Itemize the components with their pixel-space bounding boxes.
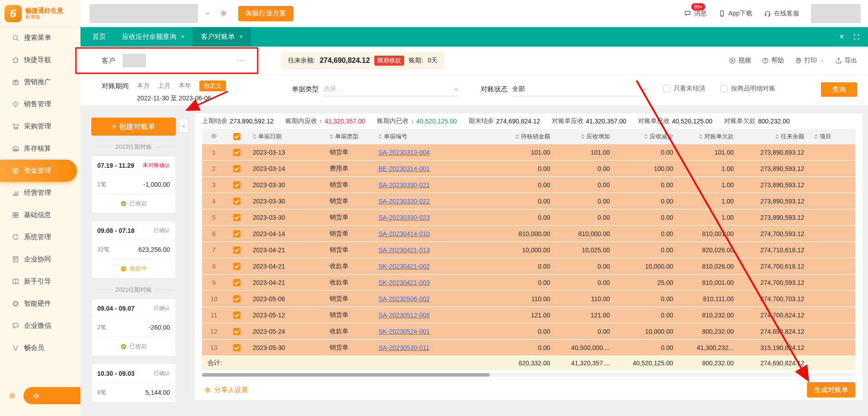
tab-receivable-balance-query[interactable]: 应收应付余额查询×	[114, 27, 193, 47]
doc-link[interactable]: SA-20230506-002	[378, 295, 430, 303]
tab-home[interactable]: 首页	[84, 27, 114, 47]
col-type[interactable]: 单据类型	[325, 129, 374, 144]
gear-icon[interactable]	[220, 9, 227, 17]
col-date[interactable]: 单据日期	[248, 129, 325, 144]
period-option-last-month[interactable]: 上月	[158, 82, 170, 90]
col-owed[interactable]: 对账单欠款	[679, 129, 739, 144]
print-button[interactable]: 打印	[795, 57, 824, 65]
query-button[interactable]: 查询	[821, 82, 857, 97]
redacted-customer-name[interactable]	[123, 54, 146, 67]
statement-period-card[interactable]: 10.30 - 09.03已确认8笔5,144.00	[91, 364, 176, 402]
video-button[interactable]: 视频	[729, 57, 751, 65]
row-checkbox[interactable]	[233, 312, 241, 319]
create-statement-button[interactable]: +创建对账单	[91, 118, 176, 136]
col-pending[interactable]: 待核销金额	[496, 129, 556, 144]
panel-collapse-button[interactable]: «	[179, 119, 188, 132]
period-option-this-year[interactable]: 本年	[179, 82, 191, 90]
doc-link[interactable]: SA-20230530-011	[378, 344, 429, 351]
doc-link[interactable]: SK-20230421-003	[378, 279, 430, 286]
sort-icon[interactable]	[330, 134, 333, 139]
statement-period-card[interactable]: 09.08 - 07.18已确认32笔623,256.00收款中	[91, 221, 176, 279]
sort-icon[interactable]	[699, 134, 703, 139]
doc-link[interactable]: BE-20230314-001	[378, 165, 430, 172]
row-checkbox[interactable]	[233, 328, 241, 335]
row-checkbox[interactable]	[233, 230, 241, 237]
statement-period-card[interactable]: 09.04 - 09.07已确认2笔-260.00已收款	[91, 298, 176, 356]
sidebar-item-system[interactable]: 系统管理	[0, 226, 80, 248]
sidebar-collapse-button[interactable]	[24, 387, 80, 404]
sidebar-item-guide[interactable]: 新手引导	[0, 270, 80, 293]
row-checkbox[interactable]	[233, 181, 241, 189]
sidebar-item-collaboration[interactable]: 企业协同	[0, 248, 80, 270]
row-checkbox[interactable]	[233, 165, 241, 172]
row-checkbox[interactable]	[233, 214, 241, 221]
sort-icon[interactable]	[775, 134, 779, 139]
export-button[interactable]: 导出	[835, 57, 857, 65]
row-checkbox[interactable]	[233, 149, 241, 156]
sidebar-item-operations[interactable]: 经营管理	[0, 182, 80, 204]
generate-statement-button[interactable]: 生成对账单	[807, 382, 855, 397]
sidebar-item-inventory[interactable]: 库存核算	[0, 137, 80, 160]
sidebar-item-base-info[interactable]: 基础信息	[0, 204, 80, 226]
col-increase[interactable]: 应收增加	[556, 129, 615, 144]
sort-icon[interactable]	[581, 134, 585, 139]
period-option-custom[interactable]: 自定义	[199, 80, 226, 91]
trial-solution-button[interactable]: 体验行业方案	[238, 6, 293, 21]
status-select[interactable]: 全部	[512, 82, 648, 96]
sidebar-item-funds[interactable]: 资金管理	[0, 160, 77, 182]
col-decrease[interactable]: 应收减少	[615, 129, 679, 144]
row-checkbox[interactable]	[233, 295, 241, 303]
period-date-range[interactable]: 2022-11-30 至 2023-06-06	[137, 95, 270, 103]
select-all-checkbox[interactable]	[233, 133, 241, 140]
statement-period-card[interactable]: 07.19 - 11.29未对账确认1笔-1,000.00已收款	[91, 156, 176, 213]
doc-link[interactable]: SK-20230421-002	[378, 263, 430, 270]
row-checkbox[interactable]	[233, 263, 241, 270]
sidebar-item-sales[interactable]: 销售管理	[0, 93, 80, 115]
period-option-this-month[interactable]: 本月	[137, 82, 150, 90]
sort-icon[interactable]	[644, 134, 648, 139]
sidebar-item-hardware[interactable]: 智能硬件	[0, 293, 80, 315]
sidebar-item-member[interactable]: 畅会员	[0, 337, 80, 359]
gear-icon[interactable]	[210, 132, 217, 140]
row-checkbox[interactable]	[233, 198, 241, 205]
sidebar-item-purchase[interactable]: 采购管理	[0, 115, 80, 137]
row-checkbox[interactable]	[233, 279, 241, 286]
checkbox-only-unsettled[interactable]: 只看未结清	[663, 85, 705, 93]
sidebar-item-quick-nav[interactable]: 快捷导航	[0, 49, 80, 71]
doc-link[interactable]: SA-20230330-023	[378, 214, 430, 221]
doc-link[interactable]: SA-20230512-008	[378, 312, 430, 319]
col-project[interactable]: 项目	[810, 129, 855, 144]
sidebar-item-marketing[interactable]: 营销推广	[0, 71, 80, 93]
doc-link[interactable]: SK-20230524-001	[378, 328, 430, 335]
col-balance[interactable]: 往来余额	[739, 129, 810, 144]
doc-link[interactable]: SA-20230330-021	[378, 181, 430, 189]
customer-more-icon[interactable]	[236, 57, 245, 65]
sort-icon[interactable]	[814, 134, 818, 139]
sort-icon[interactable]	[515, 134, 519, 139]
sidebar-item-wechat[interactable]: 企业微信	[0, 315, 80, 337]
select-all-header[interactable]	[226, 129, 248, 144]
messages-item[interactable]: 消息 99+	[684, 9, 707, 18]
close-all-tabs-icon[interactable]: ×	[839, 33, 844, 41]
sort-icon[interactable]	[378, 134, 382, 139]
sidebar-item-search-menu[interactable]: 搜索菜单	[0, 27, 80, 49]
chevron-down-icon[interactable]	[204, 10, 211, 17]
fullscreen-icon[interactable]	[853, 33, 860, 40]
scrollbar-thumb[interactable]	[202, 373, 490, 377]
doc-link[interactable]: SA-20230421-013	[378, 246, 430, 254]
settings-gear-icon[interactable]	[8, 392, 16, 400]
col-code[interactable]: 单据编号	[374, 129, 496, 144]
doc-link[interactable]: SA-20230414-010	[378, 230, 430, 237]
app-download-item[interactable]: App下载	[718, 9, 752, 18]
grid-settings-header[interactable]	[202, 129, 226, 144]
share-settings-button[interactable]: 分享人设置	[204, 386, 248, 394]
tab-customer-statement[interactable]: 客户对账单×	[193, 27, 251, 47]
row-checkbox[interactable]	[233, 344, 241, 351]
row-checkbox[interactable]	[233, 246, 241, 254]
tab-close-icon[interactable]: ×	[181, 33, 184, 40]
online-support-item[interactable]: 在线客服	[764, 9, 799, 18]
tab-close-icon[interactable]: ×	[239, 33, 243, 40]
sort-icon[interactable]	[253, 134, 256, 139]
doc-link[interactable]: SA-20230330-022	[378, 198, 430, 205]
doc-link[interactable]: SA-20230313-004	[378, 149, 430, 156]
